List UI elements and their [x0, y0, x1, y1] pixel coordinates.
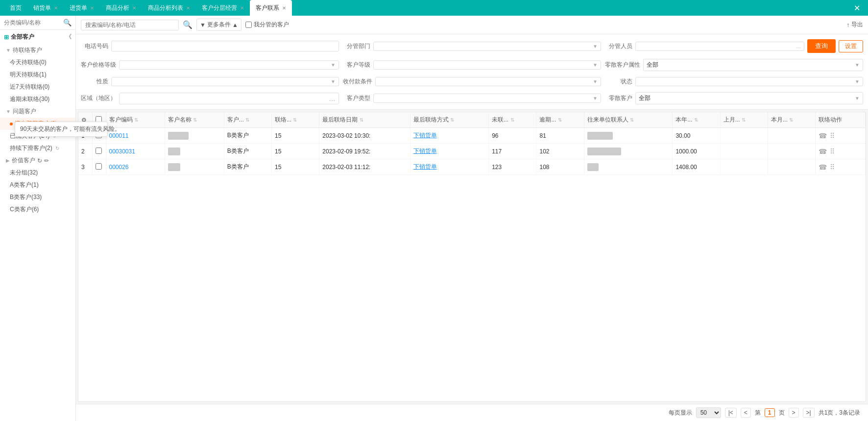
th-this-month[interactable]: 本月... ⇅	[768, 112, 815, 128]
filter-nature-select[interactable]: ▼	[111, 77, 339, 86]
filter-price-level-select[interactable]: ▼	[119, 60, 339, 70]
filter-search-input[interactable]	[81, 20, 179, 30]
tab-product-analysis[interactable]: 商品分析 ✕	[100, 0, 142, 16]
sidebar-item-class-a[interactable]: A类客户(1)	[0, 179, 75, 191]
th-name[interactable]: 客户名称 ⇅	[165, 112, 224, 128]
window-close-button[interactable]: ✕	[850, 3, 864, 13]
contact-action-icon-2[interactable]: ☎	[819, 148, 827, 155]
tab-customer-tier-close[interactable]: ✕	[240, 5, 244, 11]
pagination-next-button[interactable]: >	[789, 408, 799, 418]
filter-payment-select[interactable]: ▼	[375, 77, 601, 86]
filter-panel: 电话号码 分管部门 ▼ 分管人员 … 查询 设置	[76, 34, 868, 110]
filter-row-payment: 收付款条件 ▼	[343, 75, 601, 88]
tab-sales[interactable]: 销货单 ✕	[27, 0, 64, 16]
td-way-2[interactable]: 下销货单	[410, 144, 489, 159]
filter-customer-type-select[interactable]: ▼	[373, 94, 601, 103]
sidebar-search-input[interactable]	[4, 19, 61, 26]
sort-icon-last-month: ⇅	[742, 117, 746, 123]
filter-customer-level-select[interactable]: ▼	[373, 60, 601, 70]
td-checkbox-3[interactable]	[92, 159, 106, 175]
td-contact-2: 15	[272, 144, 319, 159]
sidebar-item-7day-pending[interactable]: 近7天待联络(0)	[0, 81, 75, 93]
filter-phone-input[interactable]	[111, 41, 339, 51]
th-last-month[interactable]: 上月... ⇅	[720, 112, 768, 128]
more-action-icon-2[interactable]: ⠿	[830, 148, 835, 155]
th-last-date[interactable]: 最后联络日期 ⇅	[319, 112, 410, 128]
filter-status-select[interactable]: ▼	[635, 77, 863, 86]
sidebar: 🔍 ⊞ 全部客户 《 ▼ 待联络客户 今天待联络(0) 明天待联络(1) 近7天…	[0, 16, 76, 421]
filter-payment-arrow-icon: ▼	[593, 79, 598, 84]
sidebar-group-pending[interactable]: ▼ 待联络客户	[0, 44, 75, 56]
pagination-prev-button[interactable]: <	[741, 408, 751, 418]
contact-action-icon-3[interactable]: ☎	[819, 163, 827, 171]
filter-zero-customer-select[interactable]: 全部 ▼	[635, 92, 863, 104]
more-action-icon-3[interactable]: ⠿	[830, 163, 835, 171]
tab-home[interactable]: 首页	[4, 0, 27, 16]
sidebar-item-tomorrow-pending[interactable]: 明天待联络(1)	[0, 69, 75, 81]
filter-zero-customer-value: 全部	[639, 94, 651, 102]
filter-more-conditions-button[interactable]: ▼ 更多条件 ▲	[196, 19, 241, 31]
filter-manager-select[interactable]: …	[635, 42, 804, 51]
sidebar-root-label: 全部客户	[11, 33, 34, 41]
sidebar-group-problem[interactable]: ▼ 问题客户	[0, 105, 75, 118]
th-not-contacted[interactable]: 未联... ⇅	[489, 112, 536, 128]
td-type-3: B类客户	[224, 159, 271, 175]
td-code-2[interactable]: 00030031	[106, 144, 165, 159]
row-checkbox-2[interactable]	[96, 148, 102, 154]
row-checkbox-3[interactable]	[96, 163, 102, 170]
sidebar-search-icon: 🔍	[63, 19, 72, 26]
th-contact-person[interactable]: 往来单位联系人 ⇅	[584, 112, 673, 128]
tab-customer-tier[interactable]: 客户分层经营 ✕	[196, 0, 250, 16]
sidebar-root[interactable]: ⊞ 全部客户 《	[0, 30, 75, 44]
filter-customer-type-label: 客户类型	[343, 94, 370, 102]
contact-action-icon-1[interactable]: ☎	[819, 132, 827, 140]
sidebar-collapse-btn[interactable]: 《	[66, 33, 72, 41]
td-date-1: 2023-03-02 10:30:	[319, 128, 410, 144]
tab-purchase-close[interactable]: ✕	[90, 5, 94, 11]
tab-product-list[interactable]: 商品分析列表 ✕	[142, 0, 196, 16]
td-type-2: B类客户	[224, 144, 271, 159]
sort-icon-way: ⇅	[450, 117, 454, 123]
filter-export-button[interactable]: ↑ 导出	[846, 21, 863, 29]
td-checkbox-2[interactable]	[92, 144, 106, 159]
pagination-last-button[interactable]: >|	[803, 408, 815, 418]
tab-product-analysis-close[interactable]: ✕	[132, 5, 136, 11]
td-way-3[interactable]: 下销货单	[410, 159, 489, 175]
sidebar-item-overdue-pending[interactable]: 逾期未联络(30)	[0, 93, 75, 105]
th-type[interactable]: 客户... ⇅	[224, 112, 271, 128]
filter-dept-select[interactable]: ▼	[373, 42, 601, 51]
filter-my-customers-label[interactable]: 我分管的客户	[245, 21, 289, 29]
filter-row-region: 区域（地区） …	[81, 90, 339, 106]
sidebar-group-value[interactable]: ▶ 价值客户 ↻ ✏	[0, 154, 75, 167]
td-way-1[interactable]: 下销货单	[410, 128, 489, 144]
sidebar-item-ungrouped[interactable]: 未分组(32)	[0, 167, 75, 179]
filter-my-customers-checkbox[interactable]	[245, 22, 252, 28]
sidebar-item-declining[interactable]: 持续下滑客户(2) ↻	[0, 142, 75, 154]
filter-zero-attr-select[interactable]: 全部 ▼	[643, 59, 863, 71]
th-contact-num[interactable]: 联络... ⇅	[272, 112, 319, 128]
query-button[interactable]: 查询	[807, 39, 836, 53]
tab-customer-contact-close[interactable]: ✕	[282, 5, 286, 11]
per-page-select[interactable]: 50 20 100	[696, 407, 721, 418]
sidebar-item-class-b[interactable]: B类客户(33)	[0, 191, 75, 203]
filter-price-level-arrow-icon: ▼	[331, 62, 336, 68]
settings-button[interactable]: 设置	[839, 40, 863, 52]
th-overdue[interactable]: 逾期... ⇅	[536, 112, 584, 128]
td-code-3[interactable]: 000026	[106, 159, 165, 175]
th-this-year[interactable]: 本年... ⇅	[673, 112, 720, 128]
sidebar-item-today-pending[interactable]: 今天待联络(0)	[0, 56, 75, 69]
tab-sales-close[interactable]: ✕	[54, 5, 58, 11]
tab-purchase[interactable]: 进货单 ✕	[64, 0, 100, 16]
value-refresh-icon[interactable]: ↻	[37, 157, 42, 164]
sidebar-item-class-c[interactable]: C类客户(6)	[0, 203, 75, 216]
filter-region-select[interactable]: …	[119, 93, 339, 104]
th-last-way[interactable]: 最后联络方式 ⇅	[410, 112, 489, 128]
filter-region-dots[interactable]: …	[329, 95, 336, 102]
more-action-icon-1[interactable]: ⠿	[830, 132, 835, 140]
pagination-first-button[interactable]: |<	[725, 408, 737, 418]
refresh-icon-2[interactable]: ↻	[55, 146, 59, 151]
tab-customer-contact[interactable]: 客户联系 ✕	[250, 0, 292, 16]
filter-search-button[interactable]: 🔍	[183, 20, 193, 29]
tab-product-list-close[interactable]: ✕	[186, 5, 190, 11]
value-edit-icon[interactable]: ✏	[44, 157, 49, 164]
